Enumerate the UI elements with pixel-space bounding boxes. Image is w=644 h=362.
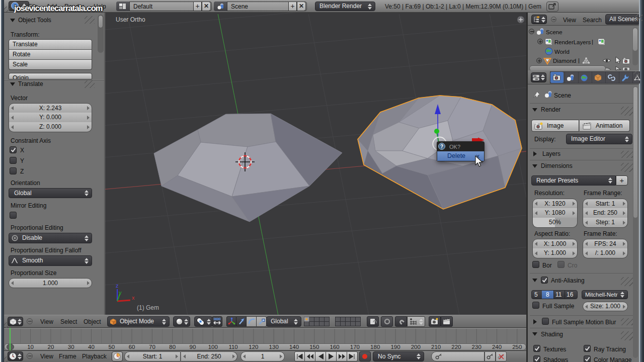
svg-text:40: 40 <box>88 344 95 350</box>
svg-text:30: 30 <box>68 344 74 350</box>
svg-text:100: 100 <box>208 344 218 350</box>
svg-text:90: 90 <box>190 344 196 350</box>
svg-text:50: 50 <box>108 344 115 350</box>
svg-text:160: 160 <box>330 344 340 350</box>
svg-text:180: 180 <box>370 344 380 350</box>
svg-text:210: 210 <box>431 344 441 350</box>
svg-text:(1) Gem: (1) Gem <box>137 304 159 311</box>
svg-text:20: 20 <box>48 344 54 350</box>
svg-text:130: 130 <box>269 344 279 350</box>
svg-text:140: 140 <box>289 344 299 350</box>
svg-text:120: 120 <box>249 344 258 350</box>
svg-text:200: 200 <box>411 344 421 350</box>
svg-text:150: 150 <box>309 344 319 350</box>
svg-text:z: z <box>116 283 119 289</box>
svg-text:170: 170 <box>350 344 360 350</box>
svg-text:230: 230 <box>472 344 481 350</box>
svg-text:10: 10 <box>27 344 34 350</box>
svg-text:60: 60 <box>129 344 135 350</box>
svg-text:y: y <box>119 290 122 296</box>
svg-text:220: 220 <box>451 344 461 350</box>
svg-text:240: 240 <box>492 344 502 350</box>
svg-text:80: 80 <box>169 344 176 350</box>
svg-text:70: 70 <box>149 344 155 350</box>
svg-text:User Ortho: User Ortho <box>116 16 145 23</box>
svg-text:x: x <box>132 295 135 301</box>
svg-text:190: 190 <box>390 344 400 350</box>
svg-text:250: 250 <box>512 344 522 350</box>
svg-text:110: 110 <box>228 344 237 350</box>
